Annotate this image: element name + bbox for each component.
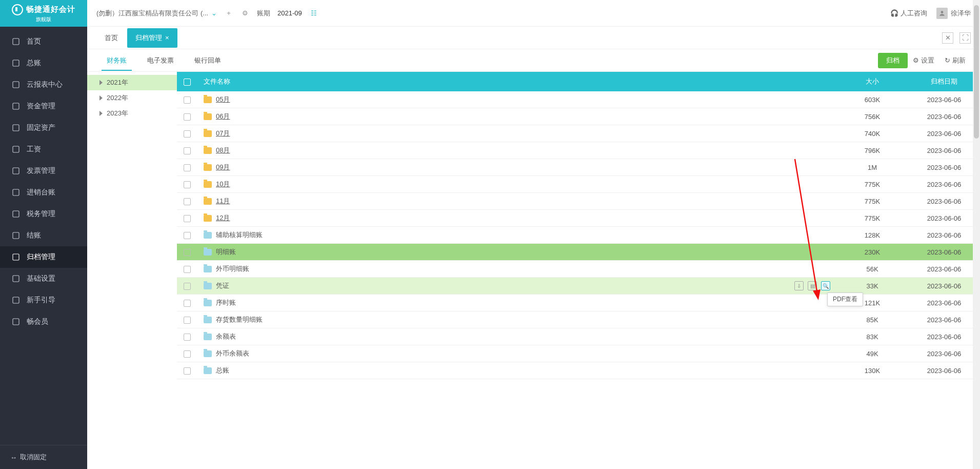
tree-item-2023年[interactable]: 2023年 <box>87 106 177 121</box>
row-checkbox[interactable] <box>184 266 191 273</box>
gear-icon[interactable]: ⚙ <box>241 9 250 17</box>
nav-item-close-acct[interactable]: 结账 <box>0 225 87 246</box>
nav-item-invoice[interactable]: 发票管理 <box>0 160 87 182</box>
nav-label: 畅会员 <box>27 317 48 326</box>
consult-link[interactable]: 🎧 人工咨询 <box>890 9 927 18</box>
table-row[interactable]: 余额表83K2023-06-06 <box>177 328 980 345</box>
table-row[interactable]: 11月775K2023-06-06 <box>177 193 980 210</box>
subtab-电子发票[interactable]: 电子发票 <box>137 50 184 71</box>
table-row[interactable]: 总账130K2023-06-06 <box>177 362 980 379</box>
file-name: 外币余额表 <box>216 349 249 357</box>
file-name[interactable]: 05月 <box>216 95 230 103</box>
nav-item-tax[interactable]: 税务管理 <box>0 203 87 225</box>
table-row[interactable]: 明细账230K2023-06-06 <box>177 244 980 261</box>
table-row[interactable]: 06月756K2023-06-06 <box>177 108 980 125</box>
nav-item-asset[interactable]: 固定资产 <box>0 117 87 139</box>
nav-list: 首页总账云报表中心资金管理固定资产工资发票管理进销台账税务管理结账归档管理基础设… <box>0 27 87 445</box>
file-size: 756K <box>836 108 908 125</box>
svg-point-14 <box>941 11 944 13</box>
tree-item-2022年[interactable]: 2022年 <box>87 90 177 106</box>
doc-icon <box>204 232 212 239</box>
table-row[interactable]: 05月603K2023-06-06 <box>177 91 980 108</box>
nav-item-settings[interactable]: 基础设置 <box>0 268 87 289</box>
period-value[interactable]: 2021-09 <box>277 9 302 17</box>
row-checkbox[interactable] <box>184 317 191 324</box>
archive-button[interactable]: 归档 <box>878 53 908 68</box>
tab-close-icon[interactable]: × <box>165 34 169 42</box>
settings-button[interactable]: ⚙ 设置 <box>908 53 939 68</box>
table-row[interactable]: 辅助核算明细账128K2023-06-06 <box>177 227 980 244</box>
file-size: 49K <box>836 345 908 362</box>
file-name[interactable]: 07月 <box>216 129 230 137</box>
nav-item-stock[interactable]: 进销台账 <box>0 182 87 203</box>
row-checkbox[interactable] <box>184 215 191 222</box>
row-checkbox[interactable] <box>184 130 191 138</box>
company-selector[interactable]: (勿删）江西服宝精品有限责任公司 (... ⌄ <box>96 9 217 18</box>
row-checkbox[interactable] <box>184 198 191 205</box>
table-row[interactable]: 09月1M2023-06-06 <box>177 159 980 176</box>
nav-item-home[interactable]: 首页 <box>0 31 87 52</box>
row-checkbox[interactable] <box>184 334 191 341</box>
file-name[interactable]: 08月 <box>216 146 230 154</box>
table-row[interactable]: 07月740K2023-06-06 <box>177 125 980 142</box>
download-icon[interactable]: ⇩ <box>794 281 804 290</box>
file-date: 2023-06-06 <box>908 91 980 108</box>
row-checkbox[interactable] <box>184 181 191 188</box>
nav-item-fund[interactable]: 资金管理 <box>0 95 87 117</box>
row-checkbox[interactable] <box>184 283 191 290</box>
pdf-icon[interactable]: ▤ <box>808 281 817 290</box>
table-row[interactable]: 外币明细账56K2023-06-06 <box>177 261 980 278</box>
file-name[interactable]: 11月 <box>216 197 230 205</box>
row-checkbox[interactable] <box>184 164 191 171</box>
file-size: 775K <box>836 193 908 210</box>
fullscreen-button[interactable]: ⛶ <box>959 32 971 44</box>
close-tab-button[interactable]: ✕ <box>942 32 953 44</box>
svg-rect-0 <box>13 38 19 45</box>
row-checkbox[interactable] <box>184 249 191 256</box>
select-all-checkbox[interactable] <box>184 79 191 86</box>
row-checkbox[interactable] <box>184 300 191 307</box>
vertical-scrollbar[interactable] <box>973 0 980 469</box>
nav-item-archive[interactable]: 归档管理 <box>0 246 87 268</box>
file-name[interactable]: 09月 <box>216 163 230 171</box>
table-row[interactable]: 10月775K2023-06-06 <box>177 176 980 193</box>
row-checkbox[interactable] <box>184 96 191 104</box>
row-checkbox[interactable] <box>184 147 191 154</box>
pin-label: 取消固定 <box>20 453 47 462</box>
calendar-icon[interactable]: ☷ <box>309 9 318 17</box>
pin-toggle[interactable]: ↔ 取消固定 <box>0 445 87 469</box>
table-row[interactable]: 存货数量明细账85K2023-06-06 <box>177 311 980 328</box>
subtab-财务账[interactable]: 财务账 <box>96 50 137 71</box>
row-checkbox[interactable] <box>184 367 191 375</box>
file-name: 余额表 <box>216 333 236 340</box>
col-size: 大小 <box>836 72 908 91</box>
nav-item-salary[interactable]: 工资 <box>0 139 87 160</box>
row-checkbox[interactable] <box>184 113 191 121</box>
chart-icon <box>11 80 21 89</box>
nav-item-chart[interactable]: 云报表中心 <box>0 74 87 95</box>
topbar: (勿删）江西服宝精品有限责任公司 (... ⌄ + ⚙ 账期 2021-09 ☷… <box>87 0 980 27</box>
pdf-view-icon[interactable]: 🔍 <box>821 281 830 290</box>
file-name[interactable]: 12月 <box>216 214 230 222</box>
file-name[interactable]: 10月 <box>216 180 230 188</box>
nav-item-guide[interactable]: 新手引导 <box>0 289 87 311</box>
row-checkbox[interactable] <box>184 350 191 358</box>
table-row[interactable]: 12月775K2023-06-06 <box>177 210 980 227</box>
add-icon[interactable]: + <box>224 9 233 17</box>
row-checkbox[interactable] <box>184 232 191 239</box>
table-row[interactable]: 08月796K2023-06-06 <box>177 142 980 159</box>
file-name[interactable]: 06月 <box>216 112 230 120</box>
subtab-银行回单[interactable]: 银行回单 <box>184 50 231 71</box>
tab-归档管理[interactable]: 归档管理× <box>127 28 177 48</box>
nav-item-vip[interactable]: 畅会员 <box>0 311 87 333</box>
table-row[interactable]: 凭证⇩▤🔍33K2023-06-06 <box>177 278 980 295</box>
asset-icon <box>11 123 21 132</box>
tab-首页[interactable]: 首页 <box>96 28 126 48</box>
tree-item-2021年[interactable]: 2021年 <box>87 75 177 90</box>
refresh-button[interactable]: ↻ 刷新 <box>939 53 971 68</box>
table-row[interactable]: 外币余额表49K2023-06-06 <box>177 345 980 362</box>
user-menu[interactable]: 徐泽华 <box>936 8 971 19</box>
nav-item-ledger[interactable]: 总账 <box>0 52 87 74</box>
file-name: 凭证 <box>216 282 229 289</box>
svg-rect-12 <box>13 297 19 303</box>
